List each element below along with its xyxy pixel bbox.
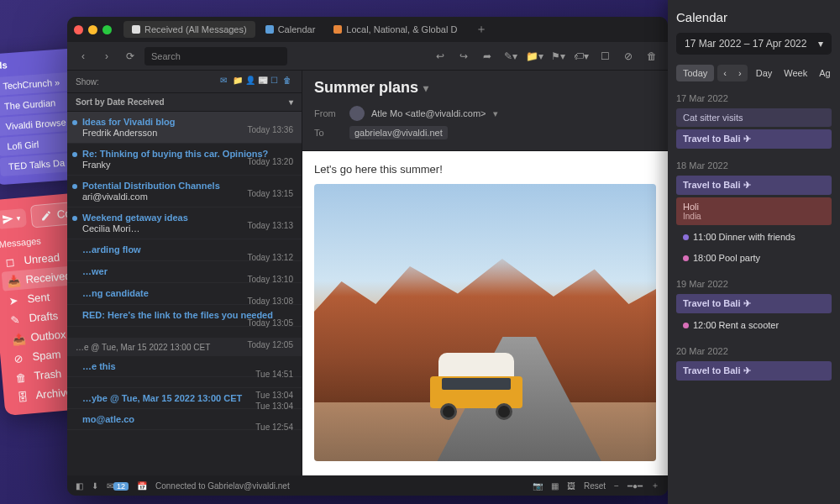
filter-icon[interactable]: ☐ — [270, 76, 281, 86]
message-item[interactable]: Ideas for Vivaldi blogFredrik AnderssonT… — [67, 112, 302, 144]
camera-icon[interactable]: 📷 — [533, 481, 543, 491]
show-label: Show: — [76, 77, 99, 87]
panel-toggle-icon[interactable]: ◧ — [76, 481, 83, 491]
reply-button[interactable]: ↩ — [431, 47, 449, 66]
message-time: Today 13:15 — [248, 189, 294, 198]
message-item[interactable]: …arding flowToday 13:12 — [67, 239, 302, 261]
message-item[interactable]: Tue 13:04 — [67, 377, 302, 388]
calendar-event[interactable]: Travel to Bali ✈ — [676, 176, 832, 195]
tab[interactable]: Local, National, & Global D — [325, 21, 465, 38]
view-ag[interactable]: Ag — [814, 65, 835, 81]
zoom-in-button[interactable]: ＋ — [651, 480, 659, 491]
maximize-window-button[interactable] — [102, 25, 112, 34]
message-item[interactable]: Potential Distribution Channelsari@vival… — [67, 176, 302, 207]
message-time: Today 13:36 — [248, 125, 294, 134]
compose-dropdown[interactable]: ✎▾ — [501, 47, 520, 66]
message-item[interactable]: Weekend getaway ideasCecilia Mori…Today … — [67, 207, 302, 239]
window-controls — [74, 25, 112, 34]
chevron-down-icon: ▾ — [818, 38, 823, 50]
filter-icon[interactable]: 📰 — [258, 76, 268, 86]
tab[interactable]: Calendar — [257, 21, 324, 38]
downloads-icon[interactable]: ⬇ — [92, 481, 98, 491]
outbox-icon: 📤 — [12, 332, 24, 344]
calendar-event[interactable]: HoliIndia — [676, 197, 832, 225]
message-item[interactable]: Today 12:05 — [67, 327, 302, 339]
calendar-date: 19 Mar 2022 — [676, 279, 832, 289]
view-week[interactable]: Week — [779, 65, 812, 81]
tag-button[interactable]: 🏷▾ — [572, 47, 591, 66]
message-item[interactable]: Re: Thinking of buying this car. Opinion… — [67, 144, 302, 176]
attachment-image — [314, 184, 656, 461]
filter-icon[interactable]: 🗑 — [283, 76, 293, 86]
sender-avatar — [349, 106, 365, 121]
zoom-out-button[interactable]: − — [614, 481, 619, 491]
image-toggle-icon[interactable]: 🖼 — [567, 481, 575, 491]
calendar-event[interactable]: 18:00 Pool party — [676, 249, 832, 267]
reload-button[interactable]: ⟳ — [121, 47, 139, 66]
move-button[interactable]: 📁▾ — [525, 47, 543, 66]
unread-dot — [72, 216, 77, 221]
calendar-event[interactable]: 12:00 Rent a scooter — [676, 316, 832, 334]
unread-dot — [72, 120, 77, 125]
calendar-event[interactable]: Travel to Bali ✈ — [676, 294, 832, 313]
tiling-icon[interactable]: ▦ — [551, 481, 559, 491]
message-item[interactable]: mo@atle.coTue 12:54 — [67, 409, 302, 430]
tab-favicon — [333, 25, 342, 34]
tab[interactable]: Received (All Messages) — [123, 21, 255, 38]
message-item[interactable]: …werToday 13:10 — [67, 261, 302, 283]
calendar-date: 20 Mar 2022 — [676, 346, 832, 356]
close-window-button[interactable] — [74, 25, 83, 34]
message-time: Today 13:13 — [248, 221, 294, 230]
calendar-date: 17 Mar 2022 — [676, 93, 832, 103]
flag-button[interactable]: ⚑▾ — [549, 47, 567, 66]
minimize-window-button[interactable] — [88, 25, 97, 34]
search-input[interactable]: Search — [144, 47, 287, 66]
event-dot — [683, 323, 689, 328]
calendar-title: Calendar — [676, 10, 832, 24]
message-item[interactable]: RED: Here's the link to the files you ne… — [67, 305, 302, 327]
send-icon: ➤ — [8, 293, 21, 306]
archive-button[interactable]: ☐ — [596, 47, 614, 66]
calendar-date: 18 Mar 2022 — [676, 160, 832, 171]
zoom-reset[interactable]: Reset — [584, 481, 606, 491]
calendar-range[interactable]: 17 Mar 2022 – 17 Apr 2022 ▾ — [676, 33, 832, 55]
draft-icon: ✎ — [10, 312, 23, 325]
message-item[interactable]: …ng candidateToday 13:08 — [67, 283, 302, 305]
filter-icons[interactable]: ✉ 📁 👤 📰 ☐ 🗑 — [220, 76, 293, 86]
message-time: Today 13:20 — [248, 157, 294, 166]
calendar-panel: Calendar 17 Mar 2022 – 17 Apr 2022 ▾ Tod… — [668, 0, 840, 504]
account-dropdown[interactable]: ▾ — [0, 208, 27, 229]
unread-dot — [72, 152, 77, 157]
app-window: Received (All Messages)CalendarLocal, Na… — [67, 17, 668, 496]
calendar-event[interactable]: Cat sitter visits — [676, 108, 832, 127]
message-item[interactable]: …ybe @ Tue, Mar 15 2022 13:00 CETTue 13:… — [67, 388, 302, 409]
spam-button[interactable]: ⊘ — [619, 47, 638, 66]
reply-all-button[interactable]: ↪ — [454, 47, 473, 66]
prev-button[interactable]: ‹ — [717, 65, 732, 81]
message-item[interactable]: …e thisTue 14:51 — [67, 356, 302, 377]
event-dot — [683, 255, 689, 261]
back-button[interactable]: ‹ — [74, 47, 92, 66]
calendar-day: 19 Mar 2022Travel to Bali ✈12:00 Rent a … — [676, 279, 832, 334]
delete-button[interactable]: 🗑 — [643, 47, 661, 66]
next-button[interactable]: › — [732, 65, 748, 81]
calendar-event[interactable]: Travel to Bali ✈ — [676, 361, 832, 381]
chevron-down-icon[interactable]: ▾ — [423, 82, 428, 94]
to-label: To — [314, 128, 343, 138]
zoom-slider[interactable]: ━●━ — [627, 481, 643, 491]
forward-button[interactable]: › — [97, 47, 116, 66]
mail-status-icon[interactable]: ✉12 — [107, 481, 129, 491]
filter-icon[interactable]: ✉ — [220, 76, 230, 86]
calendar-event[interactable]: 11:00 Dinner with friends — [676, 228, 832, 246]
filter-icon[interactable]: 👤 — [245, 76, 255, 86]
chevron-down-icon[interactable]: ▾ — [493, 108, 498, 119]
calendar-event[interactable]: Travel to Bali ✈ — [676, 129, 832, 149]
filter-icon[interactable]: 📁 — [233, 76, 243, 86]
forward-mail-button[interactable]: ➦ — [478, 47, 496, 66]
to-value: gabrielav@vivaldi.net — [349, 126, 448, 139]
new-tab-button[interactable]: ＋ — [470, 22, 492, 37]
sort-header[interactable]: Sort by Date Received ▾ — [67, 93, 302, 112]
today-button[interactable]: Today — [676, 65, 714, 81]
calendar-status-icon[interactable]: 📅 — [137, 481, 147, 491]
view-day[interactable]: Day — [751, 65, 778, 81]
